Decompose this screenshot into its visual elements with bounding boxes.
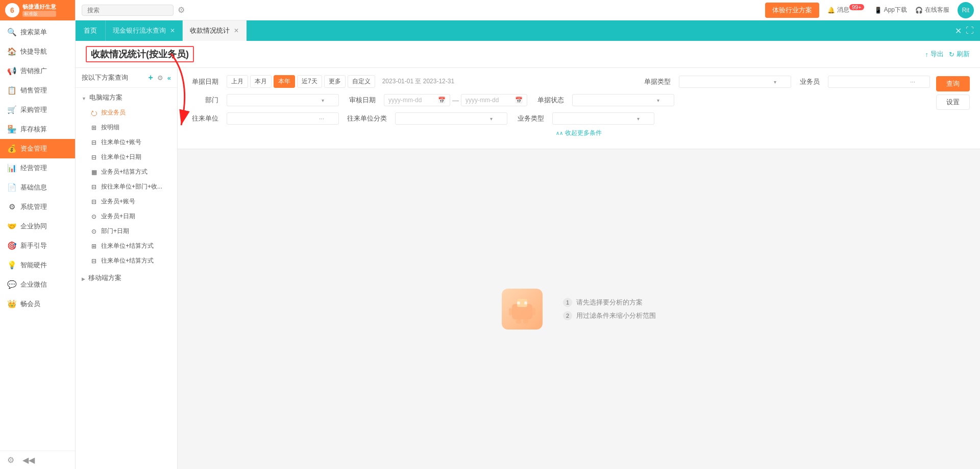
biz-type-label: 业务类型 — [516, 114, 544, 123]
audit-date-to[interactable]: yyyy-mm-dd 📅 — [461, 94, 527, 106]
date-tab-7days[interactable]: 近7天 — [297, 75, 322, 88]
settings-button[interactable]: 设置 — [936, 95, 970, 110]
notification-icon-area[interactable]: 🔔 消息 99+ — [827, 6, 866, 14]
collapse-sidebar-icon[interactable]: ◀◀ — [22, 455, 35, 465]
topbar: ⚙ 体验行业方案 🔔 消息 99+ 📱 App下载 🎧 在线客服 Rit — [76, 0, 980, 20]
download-icon: 📱 — [874, 7, 882, 14]
search-icon: 🔍 — [7, 28, 16, 37]
counterpart-control: ··· — [227, 112, 339, 125]
schema-item-unit-settle2[interactable]: ⊟ 往来单位+结算方式 — [76, 253, 177, 268]
user-avatar[interactable]: Rit — [958, 2, 974, 18]
schema-item-unit-date[interactable]: ⊟ 往来单位+日期 — [76, 150, 177, 165]
schema-item-unit-account[interactable]: ⊟ 往来单位+账号 — [76, 135, 177, 150]
tip-num-2: 2 — [563, 311, 572, 320]
schema-item-salesman-account[interactable]: ⊟ 业务员+账号 — [76, 194, 177, 209]
online-service-icon-area[interactable]: 🎧 在线客服 — [915, 6, 949, 14]
tab-collection-stats[interactable]: 收款情况统计 ✕ — [183, 20, 247, 41]
hardware-icon: 💡 — [7, 261, 16, 270]
export-button[interactable]: ↑ 导出 — [925, 50, 944, 59]
app-download-icon-area[interactable]: 📱 App下载 — [874, 6, 907, 14]
schema-item-detail[interactable]: ⊞ 按明细 — [76, 120, 177, 135]
sidebar-item-guide[interactable]: 🎯 新手引导 — [0, 236, 75, 255]
unit-settle2-icon: ⊟ — [90, 257, 98, 265]
wechat-icon: 💬 — [7, 280, 16, 289]
svg-point-2 — [517, 301, 520, 304]
date-tab-more[interactable]: 更多 — [324, 75, 346, 88]
chevron-down-icon — [82, 94, 86, 102]
counterpart-select[interactable]: ··· — [227, 112, 339, 125]
schema-item-unit-dept[interactable]: ⊟ 按往来单位+部门+收... — [76, 179, 177, 194]
schema-group-desktop-title[interactable]: 电脑端方案 — [76, 90, 177, 105]
date-tab-this-month[interactable]: 本月 — [250, 75, 272, 88]
date-tab-custom[interactable]: 自定义 — [348, 75, 375, 88]
sidebar-item-hardware[interactable]: 💡 智能硬件 — [0, 255, 75, 275]
marketing-icon: 📢 — [7, 66, 16, 76]
counterpart-cat-label: 往来单位分类 — [347, 114, 387, 123]
query-button[interactable]: 查询 — [936, 76, 970, 91]
trial-button[interactable]: 体验行业方案 — [765, 3, 819, 18]
date-tab-this-year[interactable]: 本年 — [274, 75, 295, 88]
filter-row-3: 往来单位 ··· 往来单位分类 — [188, 112, 930, 125]
topbar-settings-icon[interactable]: ⚙ — [178, 5, 185, 15]
member-icon: 👑 — [7, 299, 16, 309]
tab-home[interactable]: 首页 — [76, 20, 106, 41]
topbar-search-input[interactable] — [82, 5, 174, 16]
refresh-icon: ↻ — [949, 51, 954, 58]
sidebar-item-collab[interactable]: 🤝 企业协同 — [0, 217, 75, 236]
sidebar-item-inventory[interactable]: 🏪 库存核算 — [0, 120, 75, 139]
guide-icon: 🎯 — [7, 241, 16, 250]
sidebar-item-basic[interactable]: 📄 基础信息 — [0, 178, 75, 197]
online-service-label: 在线客服 — [925, 6, 949, 14]
doc-status-select[interactable] — [572, 94, 674, 106]
tab-close-all-icon[interactable]: ✕ — [955, 26, 962, 36]
refresh-button[interactable]: ↻ 刷新 — [949, 50, 970, 59]
sidebar-item-member[interactable]: 👑 畅会员 — [0, 294, 75, 314]
page-header: 收款情况统计(按业务员) ↑ 导出 ↻ 刷新 — [76, 41, 980, 68]
settings-bottom-icon[interactable]: ⚙ — [7, 455, 14, 465]
doc-type-select[interactable] — [679, 76, 791, 88]
tab-expand-icon[interactable]: ⛶ — [966, 26, 974, 35]
dept-select[interactable] — [227, 94, 339, 106]
schema-settings-icon[interactable]: ⚙ — [157, 74, 163, 82]
detail-icon: ⊞ — [90, 124, 98, 132]
date-tab-last-month[interactable]: 上月 — [227, 75, 248, 88]
schema-item-unit-settle1[interactable]: ⊞ 往来单位+结算方式 — [76, 239, 177, 253]
schema-item-salesman[interactable]: ⭮ 按业务员 — [76, 105, 177, 120]
operation-icon: 📊 — [7, 163, 16, 173]
biz-type-select[interactable] — [552, 112, 654, 125]
schema-item-salesman-settle[interactable]: ▦ 业务员+结算方式 — [76, 165, 177, 179]
audit-date-control: yyyy-mm-dd 📅 — yyyy-mm-dd 📅 — [384, 94, 527, 106]
salesman-account-icon: ⊟ — [90, 198, 98, 206]
sidebar-item-purchase[interactable]: 🛒 采购管理 — [0, 100, 75, 120]
salesman-select[interactable]: ··· — [828, 76, 930, 88]
sales-icon: 📋 — [7, 86, 16, 95]
sidebar-item-operation[interactable]: 📊 经营管理 — [0, 158, 75, 178]
sidebar-item-sales[interactable]: 📋 销售管理 — [0, 81, 75, 100]
collapse-bar[interactable]: ∧∧ 收起更多条件 — [188, 125, 970, 142]
counterpart-cat-select[interactable] — [395, 112, 507, 125]
tab-bank-flow[interactable]: 现金银行流水查询 ✕ — [106, 20, 183, 41]
unit-date-icon: ⊟ — [90, 153, 98, 161]
bell-icon: 🔔 — [827, 7, 835, 14]
sidebar-item-nav[interactable]: 🏠 快捷导航 — [0, 42, 75, 61]
sidebar-item-search[interactable]: 🔍 搜索菜单 — [0, 22, 75, 42]
schema-item-salesman-date[interactable]: ⊙ 业务员+日期 — [76, 209, 177, 224]
counterpart-label: 往来单位 — [188, 114, 218, 123]
tab-bank-flow-close[interactable]: ✕ — [170, 27, 175, 34]
add-schema-icon[interactable]: + — [148, 73, 153, 82]
sidebar-item-marketing[interactable]: 📢 营销推广 — [0, 61, 75, 81]
sidebar-item-finance[interactable]: 💰 资金管理 — [0, 139, 75, 158]
doc-status-label: 单据状态 — [535, 96, 564, 105]
counterpart-more-icon: ··· — [319, 115, 324, 122]
tab-bar: 首页 现金银行流水查询 ✕ 收款情况统计 ✕ ✕ ⛶ — [76, 20, 980, 41]
app-download-label: App下载 — [884, 6, 907, 14]
tab-collection-stats-close[interactable]: ✕ — [234, 27, 239, 34]
sidebar-item-system[interactable]: ⚙ 系统管理 — [0, 197, 75, 217]
doc-type-label: 单据类型 — [642, 77, 671, 86]
collapse-panel-icon[interactable]: « — [167, 74, 171, 82]
audit-date-from[interactable]: yyyy-mm-dd 📅 — [384, 94, 450, 106]
right-panel: 单据日期 上月 本月 本年 近7天 更多 自定义 20 — [178, 68, 980, 469]
sidebar-item-wechat[interactable]: 💬 企业微信 — [0, 275, 75, 294]
schema-group-mobile-title[interactable]: 移动端方案 — [76, 270, 177, 286]
schema-item-dept-date[interactable]: ⊙ 部门+日期 — [76, 224, 177, 239]
